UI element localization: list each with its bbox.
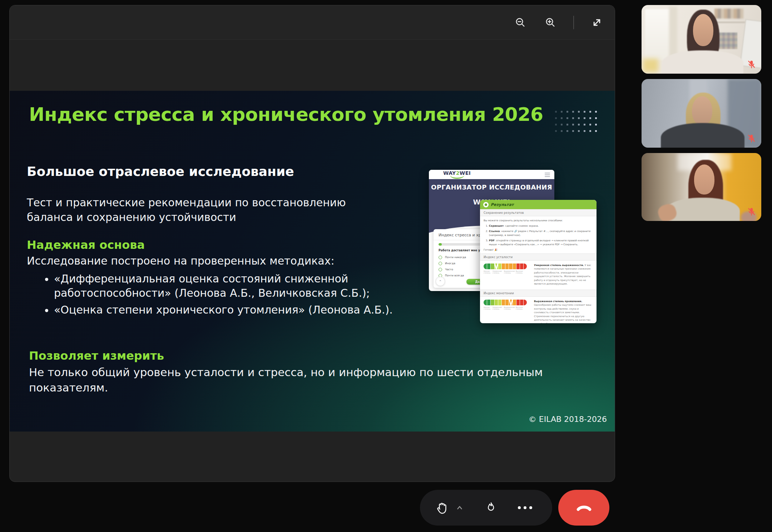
organizer-banner-title: ОРГАНИЗАТОР ИССЛЕДОВАНИЯ	[429, 183, 554, 191]
presentation-slide: Индекс стресса и хронического утомления …	[10, 91, 615, 432]
result-index-section: Индекс усталости Низкая степеньУмеренная…	[480, 253, 597, 290]
way2wei-logo: WAY2WEI	[443, 171, 471, 179]
radio-icon	[439, 256, 442, 259]
decorative-dots	[555, 111, 597, 132]
results-title: Результат	[491, 202, 514, 207]
severity-scale	[484, 300, 530, 305]
mic-muted-icon	[746, 206, 757, 217]
call-controls-bar	[420, 490, 552, 526]
slide-heading-research: Большое отраслевое исследование	[27, 164, 294, 179]
toolbar-divider	[573, 16, 574, 29]
zoom-in-icon	[544, 16, 556, 29]
index-title: Индекс монотонии	[480, 290, 597, 297]
slide-paragraph-methods: Исследование построено на проверенных ме…	[27, 255, 335, 267]
scale-marker	[494, 262, 499, 270]
award-badge-icon	[483, 202, 489, 207]
chevron-up-icon	[455, 503, 464, 512]
zoom-in-button[interactable]	[543, 15, 558, 30]
save-done: Готово! 🎉	[484, 248, 593, 252]
end-call-button[interactable]	[558, 490, 609, 526]
slide-bullet-item: «Оценка степени хронического утомления» …	[54, 303, 447, 317]
warm-light	[643, 59, 658, 72]
screen-share-panel: Индекс стресса и хронического утомления …	[9, 5, 615, 482]
save-steps-list: Скриншот: сделайте снимок экрана.Ссылка:…	[484, 224, 593, 247]
survey-scroll-up-button: ⌃	[436, 277, 445, 286]
participant-body	[665, 198, 740, 221]
raise-hand-icon	[434, 501, 449, 515]
zoom-out-button[interactable]	[513, 15, 528, 30]
organizer-site-header: WAY2WEI	[429, 170, 554, 179]
more-options-button[interactable]	[518, 506, 532, 509]
slide-heading-measure: Позволяет измерить	[29, 349, 164, 363]
participant-video-3[interactable]	[642, 153, 761, 221]
mic-muted-icon	[746, 59, 757, 70]
save-section-body: Вы можете сохранить результаты нескольки…	[480, 216, 597, 253]
result-index-section: Индекс монотонии Низкая степеньУмеренная…	[480, 290, 597, 323]
results-screenshot-card: Результат Сохранение результатов Вы може…	[480, 200, 597, 323]
severity-scale	[484, 263, 530, 269]
more-options-icon	[518, 506, 521, 509]
reaction-button[interactable]	[484, 501, 498, 514]
participant-body	[662, 50, 743, 74]
participant-video-1[interactable]	[642, 5, 761, 74]
severity-scale-labels: Низкая степеньУмеренная степеньВыраженна…	[484, 306, 530, 311]
index-description: Умеренная степень выраженности. У вас по…	[534, 263, 593, 286]
save-intro: Вы можете сохранить результаты нескольки…	[484, 219, 593, 223]
share-toolbar	[10, 5, 615, 40]
slide-heading-basis: Надежная основа	[27, 238, 145, 252]
radio-icon	[439, 262, 442, 265]
index-description: Выраженная степень проявления. Однообраз…	[534, 300, 593, 323]
participant-body	[661, 123, 745, 148]
participant-face	[693, 14, 713, 46]
save-section-title: Сохранение результатов	[480, 209, 597, 216]
raise-hand-button[interactable]	[434, 501, 449, 515]
fire-reaction-icon	[484, 501, 498, 514]
results-header: Результат	[480, 200, 597, 209]
slide-bullet-list: «Дифференциальная оценка состояний сниже…	[35, 272, 447, 320]
raise-hand-options-button[interactable]	[455, 503, 464, 512]
slide-title: Индекс стресса и хронического утомления …	[29, 104, 543, 125]
severity-scale-labels: Низкая степеньУмеренная степеньВыраженна…	[484, 270, 530, 275]
hamburger-menu-icon	[545, 173, 550, 178]
participant-video-2[interactable]	[642, 79, 761, 148]
participant-face	[694, 164, 714, 194]
slide-copyright: © EILAB 2018-2026	[529, 415, 607, 424]
save-step: Ссылка: нажмите 🔗 рядом с Результат #…, …	[489, 230, 593, 237]
radio-icon	[439, 268, 442, 271]
expand-icon	[591, 16, 603, 29]
save-step: PDF: откройте страницу в отдельной вклад…	[489, 239, 593, 246]
end-call-icon	[575, 498, 593, 517]
fullscreen-button[interactable]	[590, 15, 604, 30]
mic-muted-icon	[746, 133, 757, 144]
slide-bullet-item: «Дифференциальная оценка состояний сниже…	[54, 272, 447, 300]
slide-paragraph-test: Тест и практические рекомендации по восс…	[27, 195, 365, 225]
save-step: Скриншот: сделайте снимок экрана.	[489, 224, 593, 228]
slide-paragraph-measure: Не только общий уровень усталости и стре…	[29, 365, 558, 395]
zoom-out-icon	[514, 16, 526, 29]
photo-shelf	[714, 9, 743, 19]
participant-face	[692, 96, 712, 125]
index-title: Индекс усталости	[480, 253, 597, 261]
result-indices: Индекс усталости Низкая степеньУмеренная…	[480, 253, 597, 324]
scale-marker	[509, 299, 513, 306]
